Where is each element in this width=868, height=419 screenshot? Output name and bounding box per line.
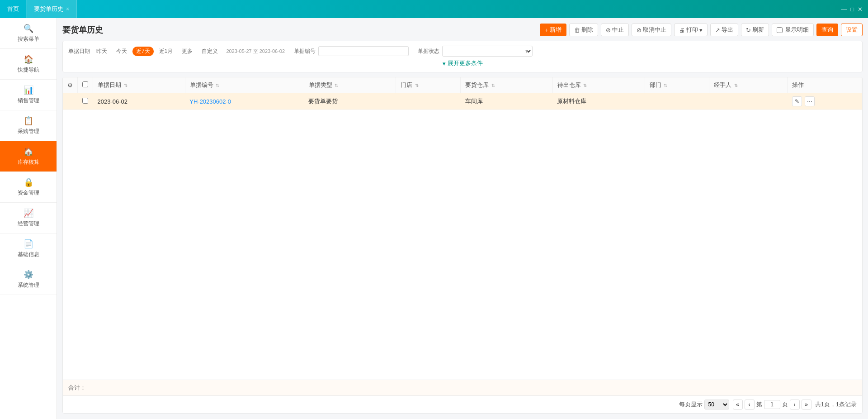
top-bar: 首页 要货单历史 × — □ ✕ [0,0,868,18]
print-button[interactable]: 🖨 打印 ▾ [674,24,708,36]
page-size-group: 每页显示 50 100 200 [679,400,729,409]
refresh-icon: ↻ [746,27,751,33]
refresh-button[interactable]: ↻ 刷新 [741,24,769,36]
per-page-label: 每页显示 [679,400,703,409]
purchase-icon: 📋 [24,116,33,126]
sidebar: 🔍 搜索菜单 🏠 快捷导航 📊 销售管理 📋 采购管理 🏠 库存核算 🔒 资金管… [0,18,57,419]
sort-icon-docno: ⇅ [216,83,219,88]
date-tab-today[interactable]: 今天 [113,47,131,56]
show-detail-checkbox[interactable] [777,27,783,33]
row-select-checkbox[interactable] [82,98,88,104]
show-detail-label: 显示明细 [785,26,809,34]
col-operations: 操作 [788,77,862,93]
sidebar-label-basic-info: 基础信息 [18,251,39,258]
settings-button[interactable]: 设置 [841,24,863,36]
col-handler[interactable]: 经手人 ⇅ [709,77,788,93]
search-icon: 🔍 [24,24,33,33]
tab-close-icon[interactable]: × [66,6,69,12]
first-page-button[interactable]: « [733,400,743,409]
per-page-select[interactable]: 50 100 200 [704,400,729,409]
sidebar-item-finance[interactable]: 🔒 资金管理 [0,172,57,203]
sidebar-label-finance: 资金管理 [18,189,39,197]
table-summary: 合计： [63,380,862,395]
date-tab-7days[interactable]: 近7天 [132,47,154,56]
row-reqwarehouse: 车间库 [461,93,553,110]
print-label: 打印 [686,26,698,34]
date-tab-custom[interactable]: 自定义 [198,47,222,56]
tab-home[interactable]: 首页 [0,0,27,18]
add-label: 新增 [550,26,561,34]
col-date[interactable]: 单据日期 ⇅ [93,77,185,93]
summary-label: 合计： [68,384,86,392]
sidebar-item-basic-info[interactable]: 📄 基础信息 [0,233,57,264]
maximize-icon[interactable]: □ [850,6,854,13]
row-edit-button[interactable]: ✎ [792,96,802,106]
add-button[interactable]: + 新增 [540,24,566,36]
delete-label: 删除 [581,26,593,34]
prev-page-button[interactable]: ‹ [745,400,755,409]
table-checkbox-col [78,77,93,93]
delete-button[interactable]: 🗑 删除 [569,24,598,36]
docno-input[interactable] [318,46,409,56]
sort-icon-date: ⇅ [124,83,127,88]
col-dept[interactable]: 部门 ⇅ [645,77,709,93]
sidebar-item-purchase[interactable]: 📋 采购管理 [0,110,57,141]
col-store[interactable]: 门店 ⇅ [396,77,461,93]
sidebar-item-quick-nav[interactable]: 🏠 快捷导航 [0,49,57,80]
table-row[interactable]: 2023-06-02 YH-20230602-0 要货单要货 车间库 原材料仓库 [63,93,862,110]
sidebar-item-system[interactable]: ⚙️ 系统管理 [0,264,57,295]
export-button[interactable]: ↗ 导出 [710,24,738,36]
date-tab-1month[interactable]: 近1月 [156,47,177,56]
row-docno[interactable]: YH-20230602-0 [185,93,304,110]
row-dept [645,93,709,110]
page-suffix: 页 [782,400,788,409]
stop-button[interactable]: ⊘ 中止 [601,24,629,36]
sidebar-label-sales: 销售管理 [18,97,39,105]
page-title: 要货单历史 [62,24,103,35]
date-tab-yesterday[interactable]: 昨天 [93,47,111,56]
system-icon: ⚙️ [24,270,33,280]
sidebar-item-operations[interactable]: 📈 经营管理 [0,203,57,233]
tab-home-label: 首页 [7,5,19,13]
row-store [396,93,461,110]
cancel-stop-button[interactable]: ⊘ 取消中止 [632,24,671,36]
sidebar-item-inventory[interactable]: 🏠 库存核算 [0,141,57,172]
pagination: 每页显示 50 100 200 « ‹ 第 页 › » 共1页，1条记录 [63,395,862,413]
col-pendingwarehouse[interactable]: 待出仓库 ⇅ [552,77,645,93]
table-settings-col[interactable]: ⚙ [63,77,78,93]
page-nav: « ‹ 第 页 › » [733,400,811,409]
refresh-label: 刷新 [752,26,764,34]
action-buttons: ✎ ⋯ [792,96,858,106]
next-page-button[interactable]: › [790,400,800,409]
col-doctype[interactable]: 单据类型 ⇅ [304,77,396,93]
status-select[interactable] [442,46,533,57]
page-number-input[interactable] [764,400,780,409]
minimize-icon[interactable]: — [841,6,847,13]
select-all-checkbox[interactable] [82,81,88,87]
table-scroll-area: ⚙ 单据日期 ⇅ 单据编号 ⇅ [63,77,862,380]
table-wrapper: ⚙ 单据日期 ⇅ 单据编号 ⇅ [62,77,863,414]
col-docno[interactable]: 单据编号 ⇅ [185,77,304,93]
row-settings [63,93,78,110]
col-reqwarehouse[interactable]: 要货仓库 ⇅ [461,77,553,93]
sidebar-item-search-menu[interactable]: 🔍 搜索菜单 [0,18,57,49]
expand-more-btn[interactable]: ▾ 展开更多条件 [68,59,857,67]
date-tab-more[interactable]: 更多 [178,47,196,56]
query-button[interactable]: 查询 [816,24,838,36]
row-docno-link[interactable]: YH-20230602-0 [189,98,231,105]
stop-label: 中止 [612,26,624,34]
row-date: 2023-06-02 [93,93,185,110]
sidebar-label-operations: 经营管理 [18,220,39,228]
window-controls: — □ ✕ [835,6,868,13]
row-more-button[interactable]: ⋯ [805,96,815,106]
show-detail-toggle[interactable]: 显示明细 [772,24,814,36]
date-range-display: 2023-05-27 至 2023-06-02 [226,48,285,55]
tab-purchase-history[interactable]: 要货单历史 × [27,0,77,18]
last-page-button[interactable]: » [802,400,811,409]
export-label: 导出 [722,26,733,34]
close-window-icon[interactable]: ✕ [858,6,863,13]
tab-purchase-history-label: 要货单历史 [34,5,63,13]
page-header: 要货单历史 + 新增 🗑 删除 ⊘ 中止 ⊘ 取消中止 [62,24,863,36]
status-filter-group: 单据状态 ▾ [418,46,528,57]
sidebar-item-sales[interactable]: 📊 销售管理 [0,80,57,110]
